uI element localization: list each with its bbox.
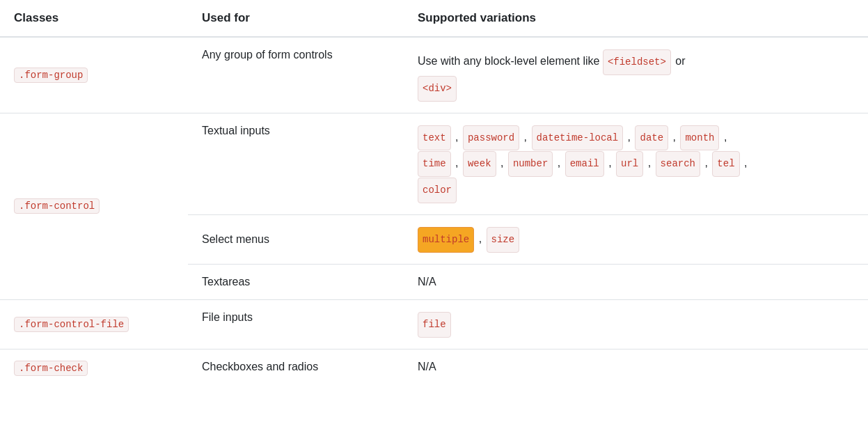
separator: , xyxy=(624,131,631,143)
separator: , xyxy=(741,157,748,168)
class-cell: .form-check xyxy=(0,349,188,387)
variation-badge: size xyxy=(487,227,520,253)
used-for-text: Textareas xyxy=(202,276,250,288)
variation-badge: datetime-local xyxy=(532,125,624,151)
main-container: Classes Used for Supported variations .f… xyxy=(0,0,868,440)
header-variations: Supported variations xyxy=(404,0,868,37)
class-badge: .form-control xyxy=(14,198,100,214)
variation-badge: tel xyxy=(712,151,739,177)
table-header-row: Classes Used for Supported variations xyxy=(0,0,868,37)
variation-badge: text xyxy=(418,125,451,151)
separator: , xyxy=(670,131,676,143)
separator: , xyxy=(475,233,482,244)
variation-badge: week xyxy=(463,151,496,177)
used-for-cell: Textareas xyxy=(188,264,404,299)
variation-badge: password xyxy=(463,125,519,151)
variations-cell: multiple , size xyxy=(404,214,868,264)
variations-cell: Use with any block-level element like <f… xyxy=(404,37,868,113)
used-for-cell: Textual inputs xyxy=(188,113,404,214)
variation-badge: url xyxy=(616,151,643,177)
separator: , xyxy=(498,157,504,168)
variation-badge: search xyxy=(656,151,700,177)
class-badge: .form-control-file xyxy=(14,317,129,332)
used-for-text: Checkboxes and radios xyxy=(202,361,318,372)
used-for-text: File inputs xyxy=(202,311,253,323)
separator: , xyxy=(554,157,560,168)
header-classes: Classes xyxy=(0,0,188,37)
used-for-cell: Checkboxes and radios xyxy=(188,349,404,387)
table-row: .form-control-file File inputs file xyxy=(0,299,868,349)
variation-badge: <div> xyxy=(418,76,457,102)
used-for-text: Textual inputs xyxy=(202,125,270,136)
variation-badge: month xyxy=(680,125,719,151)
table-row: .form-group Any group of form controls U… xyxy=(0,37,868,113)
variation-badge: file xyxy=(418,312,451,338)
variations-cell: N/A xyxy=(404,264,868,299)
separator: , xyxy=(720,131,727,143)
separator: , xyxy=(452,131,459,143)
variations-cell: N/A xyxy=(404,349,868,387)
variation-badge: email xyxy=(565,151,604,177)
used-for-cell: Any group of form controls xyxy=(188,37,404,113)
class-cell: .form-control-file xyxy=(0,299,188,349)
na-text: N/A xyxy=(418,361,436,372)
variation-badge: time xyxy=(418,151,451,177)
table-row: .form-control Textual inputs text , pass… xyxy=(0,113,868,214)
table-row: .form-check Checkboxes and radios N/A xyxy=(0,349,868,387)
used-for-text: Select menus xyxy=(202,233,269,245)
reference-table: Classes Used for Supported variations .f… xyxy=(0,0,868,387)
class-cell: .form-group xyxy=(0,37,188,113)
variation-badge-highlighted: multiple xyxy=(418,227,474,253)
used-for-cell: File inputs xyxy=(188,299,404,349)
separator: , xyxy=(606,157,612,168)
separator: or xyxy=(675,55,685,67)
used-for-cell: Select menus xyxy=(188,214,404,264)
separator: , xyxy=(452,157,459,168)
class-badge: .form-check xyxy=(14,361,88,376)
separator: , xyxy=(645,157,651,168)
separator: , xyxy=(702,157,708,168)
class-badge: .form-group xyxy=(14,68,88,83)
separator: , xyxy=(521,131,527,143)
na-text: N/A xyxy=(418,276,436,288)
variation-text: Use with any block-level element like xyxy=(418,55,603,67)
variations-cell: file xyxy=(404,299,868,349)
class-cell: .form-control xyxy=(0,113,188,299)
variation-badge: number xyxy=(508,151,553,177)
used-for-text: Any group of form controls xyxy=(202,49,333,61)
variation-badge: <fieldset> xyxy=(603,49,671,75)
variation-badge: date xyxy=(635,125,668,151)
variations-cell: text , password , datetime-local , date … xyxy=(404,113,868,214)
header-used-for: Used for xyxy=(188,0,404,37)
variation-badge: color xyxy=(418,178,457,203)
